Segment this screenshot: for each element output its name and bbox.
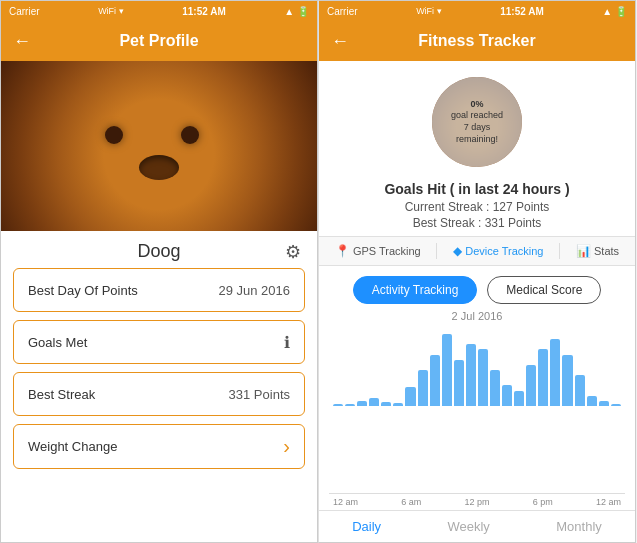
chart-bar	[357, 401, 367, 406]
pet-name: Doog	[137, 241, 180, 262]
stats-tab[interactable]: 📊 Stats	[576, 244, 619, 258]
best-streak-label: Best Streak	[28, 387, 95, 402]
pet-photo	[1, 61, 317, 231]
chart-x-labels: 12 am 6 am 12 pm 6 pm 12 am	[329, 494, 625, 510]
chart-bar	[514, 391, 524, 406]
wifi-icon-right: WiFi ▾	[416, 6, 442, 16]
current-streak: Current Streak : 127 Points	[319, 200, 635, 214]
tab-divider-2	[559, 243, 560, 259]
best-day-card[interactable]: Best Day Of Points 29 Jun 2016	[13, 268, 305, 312]
chart-bar	[599, 401, 609, 406]
chart-bar	[454, 360, 464, 406]
chart-container	[329, 326, 625, 494]
chart-date: 2 Jul 2016	[329, 310, 625, 322]
x-label-1: 6 am	[401, 497, 421, 507]
chart-bar	[478, 349, 488, 406]
x-label-0: 12 am	[333, 497, 358, 507]
info-icon: ℹ	[284, 333, 290, 352]
weight-change-label: Weight Change	[28, 439, 117, 454]
chart-bar	[466, 344, 476, 406]
time-left: 11:52 AM	[182, 6, 226, 17]
dog-eye-left	[105, 126, 123, 144]
weight-change-card[interactable]: Weight Change ›	[13, 424, 305, 469]
time-tabs: Daily Weekly Monthly	[319, 510, 635, 542]
chevron-right-icon: ›	[283, 435, 290, 458]
stats-label: Stats	[594, 245, 619, 257]
best-streak: Best Streak : 331 Points	[319, 216, 635, 230]
chart-bar	[442, 334, 452, 406]
goals-met-label: Goals Met	[28, 335, 87, 350]
page-title-right: Fitness Tracker	[418, 32, 535, 50]
chart-bar	[562, 355, 572, 406]
time-right: 11:52 AM	[500, 6, 544, 17]
goal-overlay: 0% goal reached 7 days remaining!	[432, 77, 522, 167]
chart-bar	[611, 404, 621, 406]
chart-bar	[418, 370, 428, 406]
page-title-left: Pet Profile	[119, 32, 198, 50]
tracking-tabs: 📍 GPS Tracking ◆ Device Tracking 📊 Stats	[319, 236, 635, 266]
goal-line2: 7 days	[464, 122, 491, 134]
carrier-right: Carrier	[327, 6, 358, 17]
goal-line3: remaining!	[456, 134, 498, 146]
chart-bars	[329, 326, 625, 406]
goals-met-card[interactable]: Goals Met ℹ	[13, 320, 305, 364]
chart-bar	[333, 404, 343, 406]
chart-bar	[538, 349, 548, 406]
goals-title: Goals Hit ( in last 24 hours )	[319, 181, 635, 197]
goal-percent: 0%	[470, 99, 483, 111]
nav-bar-right: ← Fitness Tracker	[319, 21, 635, 61]
fitness-tracker-screen: Carrier WiFi ▾ 11:52 AM ▲ 🔋 ← Fitness Tr…	[318, 0, 636, 543]
daily-tab[interactable]: Daily	[352, 519, 381, 534]
back-button-left[interactable]: ←	[13, 31, 31, 52]
chart-bar	[526, 365, 536, 406]
wifi-icon-left: WiFi ▾	[98, 6, 124, 16]
goal-circle: 0% goal reached 7 days remaining!	[432, 77, 522, 167]
x-label-3: 6 pm	[533, 497, 553, 507]
goal-circle-area: 0% goal reached 7 days remaining!	[319, 61, 635, 175]
chart-bar	[369, 398, 379, 406]
device-tracking-tab[interactable]: ◆ Device Tracking	[453, 244, 543, 258]
chart-bar	[490, 370, 500, 406]
activity-buttons: Activity Tracking Medical Score	[319, 266, 635, 310]
dog-nose	[139, 155, 179, 180]
monthly-tab[interactable]: Monthly	[556, 519, 602, 534]
activity-tracking-button[interactable]: Activity Tracking	[353, 276, 478, 304]
signal-icons-left: ▲ 🔋	[284, 6, 309, 17]
tab-divider-1	[436, 243, 437, 259]
best-streak-value: 331 Points	[229, 387, 290, 402]
device-label: Device Tracking	[465, 245, 543, 257]
status-bar-left: Carrier WiFi ▾ 11:52 AM ▲ 🔋	[1, 1, 317, 21]
dog-face-bg	[1, 61, 317, 231]
profile-name-row: Doog ⚙	[1, 231, 317, 268]
chart-bar	[405, 387, 415, 406]
weekly-tab[interactable]: Weekly	[447, 519, 489, 534]
medical-score-button[interactable]: Medical Score	[487, 276, 601, 304]
gps-label: GPS Tracking	[353, 245, 421, 257]
best-streak-card[interactable]: Best Streak 331 Points	[13, 372, 305, 416]
chart-bar	[393, 403, 403, 406]
dog-eye-right	[181, 126, 199, 144]
tracker-content: 0% goal reached 7 days remaining! Goals …	[319, 61, 635, 542]
x-label-2: 12 pm	[464, 497, 489, 507]
stats-icon: 📊	[576, 244, 591, 258]
chart-bar	[587, 396, 597, 406]
x-label-4: 12 am	[596, 497, 621, 507]
goal-line1: goal reached	[451, 110, 503, 122]
gps-icon: 📍	[335, 244, 350, 258]
best-day-value: 29 Jun 2016	[218, 283, 290, 298]
carrier-left: Carrier	[9, 6, 40, 17]
signal-icons-right: ▲ 🔋	[602, 6, 627, 17]
info-cards: Best Day Of Points 29 Jun 2016 Goals Met…	[1, 268, 317, 469]
chart-bar	[345, 404, 355, 406]
best-day-label: Best Day Of Points	[28, 283, 138, 298]
gear-icon[interactable]: ⚙	[285, 241, 301, 263]
gps-tracking-tab[interactable]: 📍 GPS Tracking	[335, 244, 421, 258]
chart-bar	[550, 339, 560, 406]
nav-bar-left: ← Pet Profile	[1, 21, 317, 61]
goals-info: Goals Hit ( in last 24 hours ) Current S…	[319, 175, 635, 236]
device-icon: ◆	[453, 244, 462, 258]
back-button-right[interactable]: ←	[331, 31, 349, 52]
pet-profile-screen: Carrier WiFi ▾ 11:52 AM ▲ 🔋 ← Pet Profil…	[0, 0, 318, 543]
chart-bar	[430, 355, 440, 406]
status-bar-right: Carrier WiFi ▾ 11:52 AM ▲ 🔋	[319, 1, 635, 21]
